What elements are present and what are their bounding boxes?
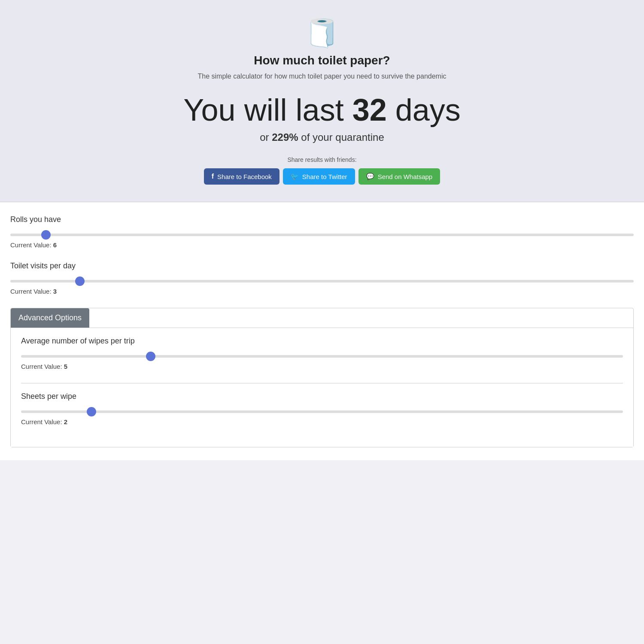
sheets-slider[interactable] [21, 410, 623, 413]
percent-number: 229% [272, 131, 298, 143]
rolls-slider-wrapper [10, 230, 634, 238]
share-buttons-container: f Share to Facebook 🐦 Share to Twitter 💬… [9, 168, 635, 185]
advanced-body: Average number of wipes per trip Current… [11, 328, 633, 447]
whatsapp-icon: 💬 [366, 173, 374, 180]
share-label: Share results with friends: [9, 156, 635, 163]
days-number: 32 [352, 93, 387, 127]
visits-slider[interactable] [10, 280, 634, 283]
toilet-paper-icon: 🧻 [9, 17, 635, 49]
divider [21, 383, 623, 383]
visits-current-value: Current Value: 3 [10, 288, 634, 295]
sheets-label: Sheets per wipe [21, 392, 623, 401]
advanced-section: Advanced Options Average number of wipes… [10, 308, 634, 447]
wipes-slider-group: Average number of wipes per trip Current… [21, 337, 623, 370]
visits-slider-wrapper [10, 276, 634, 284]
twitter-label: Share to Twitter [302, 173, 347, 180]
wipes-label: Average number of wipes per trip [21, 337, 623, 346]
twitter-share-button[interactable]: 🐦 Share to Twitter [283, 168, 355, 185]
visits-slider-group: Toilet visits per day Current Value: 3 [10, 261, 634, 295]
subtitle: The simple calculator for how much toile… [9, 73, 635, 80]
sheets-slider-wrapper [21, 407, 623, 415]
result-days-display: You will last 32 days [9, 93, 635, 127]
facebook-icon: f [212, 173, 214, 180]
header-section: 🧻 How much toilet paper? The simple calc… [0, 0, 644, 202]
facebook-share-button[interactable]: f Share to Facebook [204, 168, 279, 185]
wipes-slider[interactable] [21, 355, 623, 358]
rolls-slider[interactable] [10, 234, 634, 236]
facebook-label: Share to Facebook [217, 173, 272, 180]
visits-label: Toilet visits per day [10, 261, 634, 270]
rolls-slider-group: Rolls you have Current Value: 6 [10, 215, 634, 249]
twitter-icon: 🐦 [291, 173, 299, 180]
rolls-label: Rolls you have [10, 215, 634, 224]
sheets-slider-group: Sheets per wipe Current Value: 2 [21, 392, 623, 425]
sliders-section: Rolls you have Current Value: 6 Toilet v… [0, 202, 644, 460]
page-title: How much toilet paper? [9, 54, 635, 67]
wipes-current-value: Current Value: 5 [21, 363, 623, 370]
rolls-current-value: Current Value: 6 [10, 241, 634, 249]
result-percent-display: or 229% of your quarantine [9, 131, 635, 143]
wipes-slider-wrapper [21, 352, 623, 359]
sheets-current-value: Current Value: 2 [21, 418, 623, 425]
advanced-options-header[interactable]: Advanced Options [11, 308, 89, 328]
whatsapp-label: Send on Whatsapp [378, 173, 433, 180]
whatsapp-share-button[interactable]: 💬 Send on Whatsapp [358, 168, 440, 185]
